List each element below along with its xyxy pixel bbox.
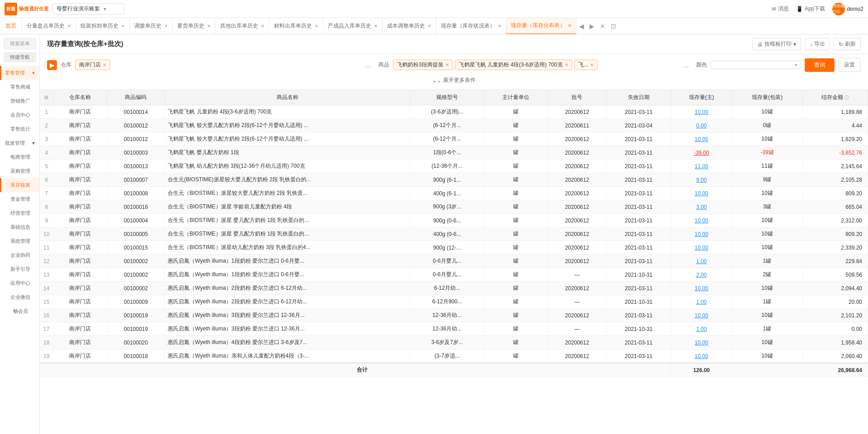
sidebar-item-basics[interactable]: 基础信息 (0, 220, 39, 234)
warehouse-tag-close[interactable]: ✕ (103, 62, 106, 67)
tab-close-9[interactable]: ✕ (498, 24, 501, 28)
tab-close-1[interactable]: ✕ (67, 24, 71, 28)
row-batch: 20200612 (548, 105, 606, 119)
sidebar-item-enterprise[interactable]: 企业协同 (0, 248, 39, 262)
tab-prev-btn[interactable]: ◀ (576, 23, 587, 30)
main-layout: 搜索菜单 快捷导航 零售管理 ▼ 零售商城 营销推广 会员中心 零售统计 批发管… (0, 34, 868, 434)
filter-toggle-button[interactable]: ▶ (47, 60, 57, 70)
sidebar-nav[interactable]: 快捷导航 (4, 52, 36, 62)
sidebar-item-newbie[interactable]: 新手引导 (0, 262, 39, 276)
row-spec: (12-36个月... (410, 160, 484, 173)
app-download-btn[interactable]: 📱 App下载 (796, 5, 825, 13)
tab-close-10[interactable]: ✕ (568, 23, 571, 28)
tab-close-6[interactable]: ✕ (315, 24, 318, 28)
sidebar-item-member2[interactable]: 畅会员 (0, 304, 39, 318)
row-qty-main[interactable]: 10.00 (671, 309, 732, 322)
tab-8[interactable]: 成本调整单历史 ✕ (382, 18, 436, 34)
tab-6[interactable]: 材料出库单历史 ✕ (269, 18, 323, 34)
row-qty-main[interactable]: 10.00 (671, 349, 732, 363)
expand-more-button[interactable]: ⌄⌄ 展开更多条件 (430, 75, 477, 86)
sidebar-item-member[interactable]: 会员中心 (0, 108, 39, 122)
row-qty-main[interactable]: 2.00 (671, 268, 732, 282)
tab-menu-btn[interactable]: ⊡ (608, 23, 619, 30)
row-warehouse: 南岸门店 (53, 105, 107, 119)
warehouse-more[interactable]: ... (365, 61, 371, 69)
row-qty-main[interactable]: 1.00 (671, 295, 732, 309)
tab-5[interactable]: 其他出库单历史 ✕ (216, 18, 269, 34)
tab-next-btn[interactable]: ▶ (587, 23, 597, 30)
tab-9[interactable]: 现存量（库存状况表） ✕ (436, 18, 506, 34)
amount-info-icon[interactable]: ⓘ (844, 95, 849, 100)
tab-close-all-btn[interactable]: ✕ (597, 23, 608, 30)
message-btn[interactable]: ✉ 消息 (772, 5, 789, 13)
tab-2[interactable]: 组装拆卸单历史 ✕ (76, 18, 130, 34)
goods-tag-2[interactable]: 飞鹤星飞帆 儿童奶粉 4段(3-6岁适用) 700克 ✕ (455, 60, 572, 70)
sidebar-search[interactable]: 搜索菜单 (4, 38, 36, 49)
sidebar-item-retail-stats[interactable]: 零售统计 (0, 122, 39, 136)
table-row: 10 南岸门店 00100005 合生元（BIOSTIME）派星 婴儿配方奶粉 … (40, 227, 868, 241)
sidebar-item-operations[interactable]: 经营管理 (0, 206, 39, 220)
sidebar-item-ecommerce[interactable]: 电商管理 (0, 150, 39, 164)
row-qty-main[interactable]: 10.00 (671, 227, 732, 241)
tab-close-2[interactable]: ✕ (121, 24, 125, 28)
row-qty-main[interactable]: 9.00 (671, 173, 732, 187)
row-spec: 0-6月婴儿... (410, 255, 484, 268)
row-qty-main[interactable]: 10.00 (671, 132, 732, 146)
sidebar-item-wechat[interactable]: 企业微信 (0, 290, 39, 304)
tab-close-4[interactable]: ✕ (207, 24, 211, 28)
row-code: 00100020 (107, 336, 165, 349)
tab-1[interactable]: 分量盘点单历史 ✕ (22, 18, 76, 34)
sidebar-item-appstore[interactable]: 应用中心 (0, 276, 39, 290)
row-qty-main[interactable]: 10.00 (671, 336, 732, 349)
tab-home[interactable]: 首页 (0, 18, 22, 34)
color-select[interactable]: ▾ (711, 61, 801, 69)
tab-close-8[interactable]: ✕ (428, 24, 431, 28)
row-amount: 1,958.40 (802, 336, 868, 349)
row-amount: 4.44 (802, 119, 868, 132)
sidebar-item-inventory[interactable]: 库存核算 (0, 178, 39, 192)
tab-7[interactable]: 产成品入库单历史 ✕ (323, 18, 382, 34)
tab-close-5[interactable]: ✕ (261, 24, 264, 28)
row-qty-main[interactable]: 3.00 (671, 200, 732, 214)
user-area[interactable]: 按模板打印 demo2 (832, 3, 863, 15)
row-name: 飞鹤星飞帆 幼儿配方奶粉 3段(12-36个月幼儿适用) 700克 (165, 160, 410, 173)
sidebar-item-system[interactable]: 系统管理 (0, 234, 39, 248)
row-qty-main[interactable]: 10.00 (671, 105, 732, 119)
tab-4[interactable]: 要货单历史 ✕ (173, 18, 216, 34)
org-selector[interactable]: 母婴行业演示账套 ▾ (52, 3, 125, 14)
row-qty-main[interactable]: 11.00 (671, 160, 732, 173)
tab-3[interactable]: 调拨单历史 ✕ (130, 18, 173, 34)
goods-more[interactable]: ... (683, 61, 689, 69)
gear-icon[interactable]: ⚙ (44, 94, 49, 101)
refresh-button[interactable]: ↻ 刷新 (834, 38, 861, 50)
sidebar-item-wholesale[interactable]: 批发管理 ▼ (0, 136, 39, 150)
tab-close-3[interactable]: ✕ (164, 24, 168, 28)
sidebar-item-marketing[interactable]: 营销推广 (0, 94, 39, 108)
sidebar-item-purchase[interactable]: 采购管理 (0, 164, 39, 178)
row-qty-main[interactable]: 1.00 (671, 255, 732, 268)
row-qty-main[interactable]: 10.00 (671, 187, 732, 200)
goods-tag-3[interactable]: 飞... ✕ (574, 60, 598, 70)
sidebar-item-finance[interactable]: 资金管理 (0, 192, 39, 206)
tab-close-7[interactable]: ✕ (374, 24, 377, 28)
goods-tag-1-close[interactable]: ✕ (445, 62, 449, 67)
goods-tag-3-close[interactable]: ✕ (590, 62, 594, 67)
goods-tag-1[interactable]: 飞鹤奶粉3段两提装 ✕ (393, 60, 453, 70)
row-qty-main[interactable]: 0.00 (671, 119, 732, 132)
row-expire: 2021-03-11 (606, 200, 671, 214)
row-qty-main[interactable]: 10.00 (671, 241, 732, 255)
export-button[interactable]: ↓ 导出 (805, 38, 830, 50)
row-qty-main[interactable]: 10.00 (671, 214, 732, 227)
sidebar-item-retail-shop[interactable]: 零售商城 (0, 80, 39, 94)
tab-10[interactable]: 现存量（库存分布表） ✕ (506, 18, 576, 34)
setting-button[interactable]: 设置 (838, 58, 861, 72)
template-print-button[interactable]: 🖨 按模板打印 ▾ (752, 38, 801, 50)
warehouse-tag[interactable]: 南岸门店 ✕ (75, 60, 110, 70)
goods-tag-2-close[interactable]: ✕ (565, 62, 568, 67)
row-qty-main[interactable]: 1.00 (671, 322, 732, 336)
row-qty-main[interactable]: -39.00 (671, 146, 732, 160)
row-qty-main[interactable]: 10.00 (671, 282, 732, 295)
sidebar-item-retail-mgmt[interactable]: 零售管理 ▼ (0, 66, 39, 80)
query-button[interactable]: 查询 (805, 58, 835, 72)
table-row: 7 南岸门店 00100008 合生元（BIOSTIME）派星较大婴儿配方奶粉 … (40, 187, 868, 200)
